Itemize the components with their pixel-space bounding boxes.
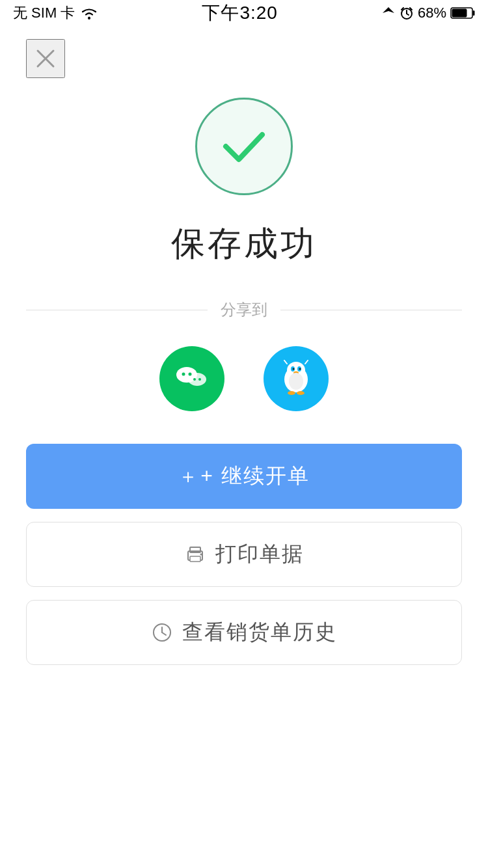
qq-share-button[interactable]: [264, 346, 329, 411]
battery-icon: [450, 7, 475, 20]
main-content: 保存成功 分享到: [0, 26, 488, 868]
no-sim-text: 无 SIM 卡: [13, 3, 75, 23]
qq-icon: [278, 360, 314, 398]
wechat-icon: [173, 362, 211, 396]
status-bar-left: 无 SIM 卡: [13, 3, 98, 23]
svg-point-14: [189, 373, 192, 376]
svg-point-21: [293, 368, 295, 370]
status-bar-time: 下午3:20: [202, 1, 278, 25]
alarm-icon: [400, 6, 414, 20]
svg-line-27: [284, 360, 287, 364]
wifi-icon: [80, 6, 98, 20]
svg-point-32: [200, 554, 202, 556]
status-bar: 无 SIM 卡 下午3:20 68%: [0, 0, 488, 26]
success-title: 保存成功: [171, 221, 317, 267]
svg-point-0: [88, 17, 90, 20]
wechat-share-button[interactable]: [159, 346, 224, 411]
battery-text: 68%: [418, 5, 446, 21]
share-label: 分享到: [221, 299, 267, 320]
svg-line-35: [162, 632, 166, 635]
svg-point-13: [182, 373, 185, 376]
share-icons-row: [26, 346, 462, 411]
clock-icon: [151, 621, 173, 644]
status-bar-right: 68%: [381, 5, 475, 21]
print-button[interactable]: 打印单据: [26, 522, 462, 587]
success-icon-circle: [195, 98, 293, 195]
svg-point-22: [299, 368, 301, 370]
svg-point-16: [198, 378, 201, 381]
printer-icon: [184, 543, 206, 565]
continue-button[interactable]: ＋ + 继续开单: [26, 444, 462, 509]
svg-point-25: [288, 391, 295, 395]
action-buttons: ＋ + 继续开单 打印单据: [26, 444, 462, 665]
plus-icon: ＋: [178, 463, 198, 490]
svg-point-15: [193, 378, 196, 381]
svg-point-26: [297, 391, 305, 395]
svg-rect-7: [472, 10, 474, 16]
share-divider-right: [280, 310, 462, 310]
share-section: 分享到: [26, 299, 462, 411]
location-icon: [381, 6, 396, 20]
continue-button-label: + 继续开单: [200, 462, 310, 491]
svg-point-24: [289, 373, 303, 390]
svg-line-3: [407, 14, 409, 15]
checkmark-icon: [218, 120, 270, 172]
share-divider-left: [26, 310, 208, 310]
svg-rect-8: [452, 9, 467, 18]
print-button-label: 打印单据: [215, 540, 304, 569]
share-divider-row: 分享到: [26, 299, 462, 320]
history-button-label: 查看销货单历史: [182, 618, 337, 647]
svg-rect-31: [190, 556, 200, 562]
close-button[interactable]: [26, 39, 65, 78]
svg-line-28: [305, 360, 308, 364]
history-button[interactable]: 查看销货单历史: [26, 600, 462, 665]
